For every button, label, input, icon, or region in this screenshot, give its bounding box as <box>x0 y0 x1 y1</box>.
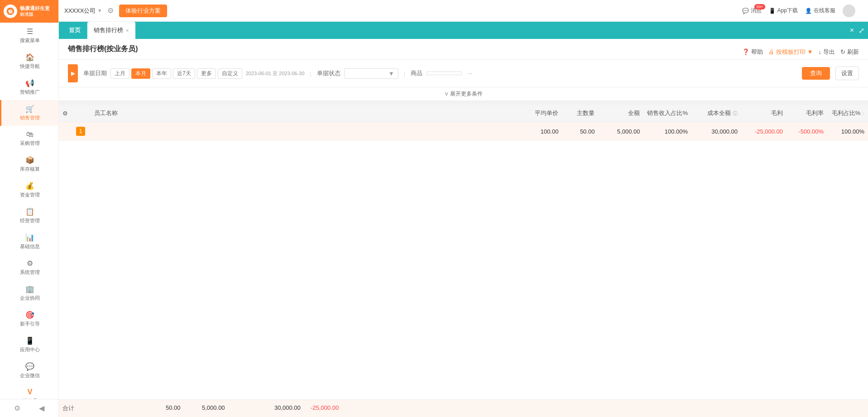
topbar: XXXXX公司 ▼ ⚙ 体验行业方案 💬 消息 99+ 📱 App下载 👤 在线… <box>59 0 868 22</box>
row-gross: -25,000.00 <box>741 122 786 141</box>
refresh-icon: ↻ <box>840 48 845 55</box>
service-label: 在线客服 <box>814 7 835 14</box>
export-icon: ↓ <box>819 48 822 55</box>
sidebar-item-sales-label: 销售管理 <box>20 115 40 121</box>
sidebar-item-inventory-label: 库存核算 <box>20 166 40 173</box>
state-dropdown[interactable]: ▼ <box>344 68 398 79</box>
date-btn-more[interactable]: 更多 <box>197 68 216 79</box>
company-settings-icon[interactable]: ⚙ <box>107 6 114 15</box>
help-label: 帮助 <box>751 48 763 56</box>
tab-sales-ranking[interactable]: 销售排行榜 × <box>87 22 135 39</box>
sidebar-item-wechat[interactable]: 💬 企业微信 <box>0 358 58 383</box>
goods-input[interactable] <box>426 72 462 75</box>
purchase-icon: 🛍 <box>26 130 34 139</box>
company-selector[interactable]: XXXXX公司 ▼ <box>64 7 102 15</box>
online-service-btn[interactable]: 👤 在线客服 <box>805 7 835 14</box>
state-filter-section: 单据状态 ▼ <box>317 68 398 79</box>
goods-filter-section: 商品 <box>411 69 462 77</box>
footer-cells: 50.00 5,000.00 30,000.00 -25,000.00 <box>90 404 864 412</box>
svg-text:畅: 畅 <box>8 9 13 14</box>
basicinfo-icon: 📊 <box>25 233 34 242</box>
sidebar-item-search-label: 搜索菜单 <box>20 37 40 44</box>
grossratio-sort-icon[interactable]: ↕ <box>862 111 864 116</box>
tab-home[interactable]: 首页 <box>62 22 87 39</box>
sidebar-item-purchase[interactable]: 🛍 采购管理 <box>0 126 58 151</box>
date-btn-this-year[interactable]: 本年 <box>152 68 171 79</box>
date-range-display: 2023-06-01 至 2023-06-30 <box>246 70 305 77</box>
sidebar-item-appcenter[interactable]: 📱 应用中心 <box>0 332 58 358</box>
search-btn[interactable]: 查询 <box>802 67 830 80</box>
sidebar-item-marketing[interactable]: 📢 营销推广 <box>0 74 58 100</box>
sidebar-item-quicknav-label: 快捷导航 <box>20 63 40 70</box>
table-wrap: ⚙ 员工名称 平均单价 主数量 全额 销售收入占比% 成本全额 ⓘ 毛利 毛利率… <box>59 105 868 399</box>
footer-qty: 50.00 <box>162 404 198 412</box>
sidebar-item-sales[interactable]: 🛒 销售管理 <box>0 100 58 126</box>
sidebar-item-quicknav[interactable]: 🏠 快捷导航 <box>0 48 58 74</box>
app-download-btn[interactable]: 📱 App下载 <box>769 7 798 14</box>
filter-settings-btn[interactable]: 设置 <box>835 67 859 80</box>
message-badge: 99+ <box>754 4 765 10</box>
col-setting-header[interactable]: ⚙ <box>59 105 72 122</box>
filter-divider-1: | <box>310 70 311 77</box>
footer-gross: -25,000.00 <box>307 404 343 412</box>
company-name: XXXXX公司 <box>64 7 96 15</box>
inventory-icon: 📦 <box>25 156 34 164</box>
date-filter-btns: 上月 本月 本年 近7天 更多 自定义 <box>110 68 242 79</box>
refresh-label: 刷新 <box>847 48 859 56</box>
sidebar-item-basicinfo[interactable]: 📊 基础信息 <box>0 229 58 254</box>
sidebar-item-newbie[interactable]: 🎯 新手引导 <box>0 306 58 332</box>
message-btn[interactable]: 💬 消息 99+ <box>742 7 762 14</box>
date-btn-this-month[interactable]: 本月 <box>131 68 150 79</box>
col-rank-header <box>72 105 91 122</box>
marketing-icon: 📢 <box>25 79 34 87</box>
date-btn-last-month[interactable]: 上月 <box>110 68 129 79</box>
refresh-btn[interactable]: ↻ 刷新 <box>840 48 859 56</box>
print-btn[interactable]: 🖨 按模板打印 ▼ <box>768 48 813 56</box>
user-avatar[interactable] <box>843 5 855 17</box>
topbar-right: 💬 消息 99+ 📱 App下载 👤 在线客服 <box>742 5 863 17</box>
window-close-btn[interactable]: × <box>850 26 854 34</box>
row-name <box>91 122 517 141</box>
footer-label: 合计 <box>62 404 90 412</box>
sidebar-item-system[interactable]: ⚙ 系统管理 <box>0 254 58 280</box>
window-expand-btn[interactable]: ⤢ <box>858 26 864 35</box>
filter-collapse-btn[interactable]: ▶ <box>68 64 78 82</box>
sidebar-item-appcenter-label: 应用中心 <box>20 346 40 353</box>
date-btn-custom[interactable]: 自定义 <box>218 68 242 79</box>
goods-filter-label: 商品 <box>411 69 422 77</box>
system-icon: ⚙ <box>27 259 33 268</box>
trial-btn[interactable]: 体验行业方案 <box>119 5 167 17</box>
sidebar-item-inventory[interactable]: 📦 库存核算 <box>0 151 58 177</box>
sidebar: 畅 畅康通好生意 标准版 ☰ 搜索菜单 🏠 快捷导航 📢 营销推广 🛒 销售管理… <box>0 0 59 417</box>
sidebar-item-member[interactable]: V 畅会员 <box>0 383 58 399</box>
page-header: 销售排行榜(按业务员) ❓ 帮助 🖨 按模板打印 ▼ ↓ 导出 ↻ 刷新 <box>59 39 868 60</box>
row-rank: 1 <box>72 122 91 141</box>
cost-info-icon[interactable]: ⓘ <box>733 110 738 116</box>
sidebar-item-operation[interactable]: 📋 经营管理 <box>0 203 58 229</box>
col-gross-header: 毛利 <box>741 105 786 122</box>
sidebar-collapse-btn[interactable]: ◀ <box>39 404 44 412</box>
help-icon: ❓ <box>742 48 749 55</box>
content-area: 销售排行榜(按业务员) ❓ 帮助 🖨 按模板打印 ▼ ↓ 导出 ↻ 刷新 <box>59 39 868 417</box>
filter-more-btn[interactable]: ··· <box>468 70 472 77</box>
sidebar-item-finance-label: 资金管理 <box>20 192 40 198</box>
sidebar-logo: 畅 畅康通好生意 标准版 <box>0 0 58 23</box>
help-btn[interactable]: ❓ 帮助 <box>742 48 763 56</box>
filter-divider-2: | <box>404 70 405 77</box>
sidebar-item-enterprise[interactable]: 🏢 企业协同 <box>0 280 58 306</box>
row-amount: 5,000.00 <box>598 122 643 141</box>
export-btn[interactable]: ↓ 导出 <box>819 48 835 56</box>
col-qty-header: 主数量 <box>562 105 598 122</box>
sales-ranking-tab-label: 销售排行榜 <box>94 26 123 34</box>
sidebar-item-search[interactable]: ☰ 搜索菜单 <box>0 23 58 48</box>
col-grossratio-header: 毛利占比% ↕ <box>827 105 868 122</box>
sidebar-item-operation-label: 经营管理 <box>20 217 40 224</box>
sidebar-item-wechat-label: 企业微信 <box>20 372 40 379</box>
expand-more-bar[interactable]: ∨ 展开更多条件 <box>59 87 868 101</box>
sidebar-settings-btn[interactable]: ⚙ <box>14 404 20 412</box>
date-filter-section: 单据日期 上月 本月 本年 近7天 更多 自定义 2023-06-01 至 20… <box>83 68 304 79</box>
tab-close-icon[interactable]: × <box>126 28 129 33</box>
sidebar-item-finance[interactable]: 💰 资金管理 <box>0 177 58 203</box>
date-btn-7days[interactable]: 近7天 <box>173 68 195 79</box>
rank-icon: 1 <box>76 127 85 136</box>
